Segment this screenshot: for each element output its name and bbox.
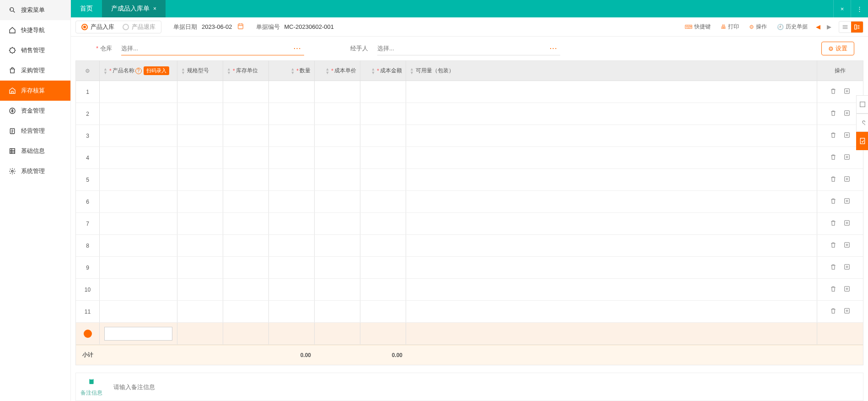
delete-row-icon[interactable] <box>830 285 837 294</box>
cell-available[interactable] <box>406 103 817 125</box>
cell-spec[interactable] <box>177 279 223 300</box>
radio-return[interactable]: 产品退库 <box>123 23 155 31</box>
table-row[interactable]: 8 <box>76 235 863 257</box>
view-detail-button[interactable] <box>851 22 863 33</box>
cell-unit[interactable] <box>223 191 269 212</box>
col-product[interactable]: ▲▼*产品名称?扫码录入 <box>100 61 177 81</box>
tab-home[interactable]: 首页 <box>71 0 102 17</box>
cell-product[interactable] <box>100 103 177 125</box>
cell-product[interactable] <box>100 301 177 322</box>
sort-icon[interactable]: ▲▼ <box>325 67 329 75</box>
doc-date-value[interactable]: 2023-06-02 <box>202 23 232 30</box>
cell-available[interactable] <box>406 125 817 146</box>
sidebar-item-search[interactable]: 搜索菜单 <box>0 0 70 20</box>
table-row[interactable]: 5 <box>76 169 863 191</box>
cell-price[interactable] <box>315 147 360 168</box>
remarks-input[interactable] <box>113 384 857 390</box>
cell-qty[interactable] <box>269 279 315 300</box>
cell-price[interactable] <box>315 257 360 278</box>
tabbar-close-button[interactable]: × <box>833 0 851 17</box>
rail-tab-3[interactable] <box>856 132 868 150</box>
scan-button[interactable]: 扫码录入 <box>144 66 169 75</box>
cell-available[interactable] <box>406 301 817 322</box>
cell-unit[interactable] <box>223 125 269 146</box>
cell-unit[interactable] <box>223 169 269 190</box>
sort-icon[interactable]: ▲▼ <box>410 67 414 75</box>
cell-spec[interactable] <box>177 169 223 190</box>
col-spec[interactable]: ▲▼规格型号 <box>177 61 223 81</box>
cell-qty[interactable] <box>269 301 315 322</box>
delete-row-icon[interactable] <box>830 175 837 184</box>
sort-icon[interactable]: ▲▼ <box>227 67 231 75</box>
cell-spec[interactable] <box>177 257 223 278</box>
radio-inbound[interactable]: 产品入库 <box>81 23 114 31</box>
cell-spec[interactable] <box>177 81 223 103</box>
col-config[interactable]: ⚙ <box>76 61 100 81</box>
rail-tab-1[interactable] <box>856 95 868 114</box>
sidebar-item-inventory[interactable]: 库存核算 <box>0 81 70 101</box>
remarks-tab[interactable]: 备注信息 <box>76 377 107 397</box>
cell-unit[interactable] <box>223 103 269 125</box>
shortcut-button[interactable]: ⌨快捷键 <box>681 23 714 31</box>
history-button[interactable]: 🕘历史单据 <box>773 23 811 31</box>
sidebar-item-finance[interactable]: 资金管理 <box>0 101 70 121</box>
delete-row-icon[interactable] <box>830 219 837 228</box>
more-icon[interactable]: ··· <box>547 45 560 52</box>
sort-icon[interactable]: ▲▼ <box>103 67 107 75</box>
tabbar-more-button[interactable]: ⋮ <box>851 0 868 17</box>
add-row-icon[interactable] <box>843 219 851 228</box>
table-row[interactable]: 7 <box>76 213 863 235</box>
add-row-icon[interactable] <box>843 197 851 206</box>
cell-amount[interactable] <box>360 213 406 234</box>
cell-unit[interactable] <box>223 257 269 278</box>
cell-amount[interactable] <box>360 235 406 256</box>
sidebar-item-basicinfo[interactable]: 基础信息 <box>0 141 70 161</box>
cell-qty[interactable] <box>269 103 315 125</box>
cell-price[interactable] <box>315 191 360 212</box>
col-qty[interactable]: ▲▼*数量 <box>269 61 315 81</box>
table-row[interactable]: 4 <box>76 147 863 169</box>
col-available[interactable]: ▲▼可用量（包装） <box>406 61 817 81</box>
cell-amount[interactable] <box>360 81 406 103</box>
cell-qty[interactable] <box>269 213 315 234</box>
add-row-icon[interactable] <box>843 87 851 96</box>
calendar-icon[interactable] <box>237 22 244 31</box>
table-row-editing[interactable] <box>76 323 863 345</box>
cell-price[interactable] <box>315 301 360 322</box>
add-row-icon[interactable] <box>843 285 851 294</box>
print-button[interactable]: 🖶打印 <box>717 23 743 31</box>
sidebar-item-sales[interactable]: 销售管理 <box>0 40 70 60</box>
add-row-icon[interactable] <box>843 153 851 162</box>
table-row[interactable]: 6 <box>76 191 863 213</box>
cell-available[interactable] <box>406 257 817 278</box>
view-list-button[interactable] <box>839 22 851 33</box>
warehouse-input[interactable] <box>121 45 291 52</box>
close-icon[interactable]: × <box>153 5 156 12</box>
cell-amount[interactable] <box>360 169 406 190</box>
sidebar-item-purchase[interactable]: 采购管理 <box>0 60 70 81</box>
cell-product[interactable] <box>100 169 177 190</box>
delete-row-icon[interactable] <box>830 131 837 140</box>
cell-product[interactable] <box>100 81 177 103</box>
cell-price[interactable] <box>315 125 360 146</box>
cell-spec[interactable] <box>177 301 223 322</box>
cell-product[interactable] <box>100 257 177 278</box>
cell-qty[interactable] <box>269 169 315 190</box>
cell-spec[interactable] <box>177 235 223 256</box>
cell-qty[interactable] <box>269 81 315 103</box>
cell-amount[interactable] <box>360 103 406 125</box>
table-row[interactable]: 1 <box>76 81 863 103</box>
delete-row-icon[interactable] <box>830 197 837 206</box>
cell-available[interactable] <box>406 147 817 168</box>
cell-unit[interactable] <box>223 147 269 168</box>
cell-amount[interactable] <box>360 125 406 146</box>
cell-price[interactable] <box>315 81 360 103</box>
cell-qty[interactable] <box>269 235 315 256</box>
table-row[interactable]: 3 <box>76 125 863 147</box>
add-row-icon[interactable] <box>843 241 851 250</box>
sidebar-item-system[interactable]: 系统管理 <box>0 161 70 181</box>
cell-spec[interactable] <box>177 147 223 168</box>
cell-spec[interactable] <box>177 125 223 146</box>
help-icon[interactable]: ? <box>135 68 142 74</box>
delete-row-icon[interactable] <box>830 263 837 272</box>
